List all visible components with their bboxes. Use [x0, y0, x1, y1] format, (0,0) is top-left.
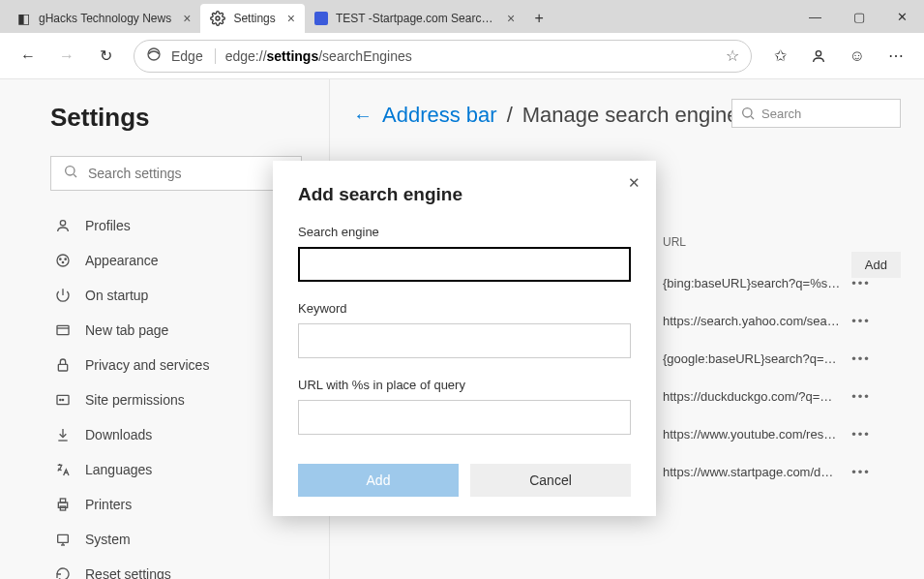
- engine-row: https://search.yahoo.com/sea…•••: [663, 302, 901, 340]
- label-url: URL with %s in place of query: [298, 378, 631, 392]
- tab-title: gHacks Technology News: [39, 12, 171, 25]
- input-keyword[interactable]: [298, 323, 631, 358]
- refresh-button[interactable]: ↻: [87, 38, 124, 75]
- back-button[interactable]: ←: [10, 38, 46, 75]
- system-icon: [54, 531, 72, 548]
- more-icon[interactable]: •••: [847, 465, 876, 479]
- person-icon: [54, 217, 72, 234]
- search-engines-search[interactable]: Search: [731, 99, 901, 128]
- address-bar[interactable]: Edge edge://settings/searchEngines ☆: [134, 40, 752, 73]
- svg-rect-12: [58, 364, 67, 371]
- search-icon: [63, 164, 78, 183]
- feedback-button[interactable]: ☺: [839, 38, 876, 75]
- nav-downloads[interactable]: Downloads: [50, 417, 302, 452]
- star-icon[interactable]: ☆: [726, 46, 739, 65]
- profile-button[interactable]: [800, 38, 837, 75]
- close-icon[interactable]: ×: [507, 11, 515, 26]
- nav-startup[interactable]: On startup: [50, 278, 302, 313]
- engine-row: https://duckduckgo.com/?q=…•••: [663, 378, 901, 415]
- svg-point-0: [216, 16, 220, 20]
- close-icon[interactable]: ×: [183, 11, 191, 26]
- label-search-engine: Search engine: [298, 225, 631, 239]
- svg-rect-10: [57, 325, 69, 334]
- tab-title: Settings: [233, 12, 275, 25]
- nav-appearance[interactable]: Appearance: [50, 243, 302, 278]
- engine-row: https://www.youtube.com/res…•••: [663, 415, 901, 453]
- search-icon: [740, 106, 756, 121]
- dialog-cancel-button[interactable]: Cancel: [470, 464, 631, 497]
- more-icon[interactable]: •••: [847, 314, 876, 328]
- svg-point-23: [743, 108, 752, 117]
- more-icon[interactable]: •••: [847, 427, 876, 442]
- download-icon: [54, 426, 72, 443]
- breadcrumb-current: Manage search engines: [522, 103, 750, 128]
- svg-point-8: [65, 259, 66, 259]
- lock-icon: [54, 356, 72, 374]
- input-search-engine[interactable]: [298, 247, 631, 282]
- svg-point-7: [60, 259, 61, 259]
- favorites-button[interactable]: ✩: [761, 38, 798, 75]
- nav-printers[interactable]: Printers: [50, 487, 302, 522]
- language-icon: [54, 461, 72, 478]
- add-search-engine-dialog: ✕ Add search engine Search engine Keywor…: [273, 161, 656, 516]
- edge-icon: [146, 46, 162, 66]
- palette-icon: [54, 252, 72, 269]
- breadcrumb-link[interactable]: Address bar: [382, 103, 497, 128]
- add-engine-button[interactable]: Add: [851, 252, 901, 278]
- menu-button[interactable]: ⋯: [878, 38, 914, 75]
- new-tab-button[interactable]: +: [524, 4, 553, 33]
- dialog-title: Add search engine: [298, 184, 631, 205]
- dialog-close-button[interactable]: ✕: [628, 174, 641, 192]
- settings-nav: Profiles Appearance On startup New tab p…: [50, 208, 302, 579]
- nav-system[interactable]: System: [50, 522, 302, 557]
- svg-line-24: [751, 116, 754, 119]
- svg-point-14: [60, 399, 61, 400]
- gear-icon: [210, 11, 225, 26]
- browser-toolbar: ← → ↻ Edge edge://settings/searchEngines…: [0, 33, 924, 79]
- input-url[interactable]: [298, 400, 631, 435]
- svg-rect-19: [58, 534, 69, 542]
- address-prefix: Edge: [171, 48, 216, 64]
- close-window-button[interactable]: ✕: [880, 0, 924, 33]
- maximize-button[interactable]: ▢: [837, 0, 880, 33]
- nav-languages[interactable]: Languages: [50, 452, 302, 487]
- breadcrumb-sep: /: [507, 103, 513, 128]
- tab-startpage[interactable]: TEST -Startpage.com Search resu ×: [305, 4, 524, 33]
- engine-row: {google:baseURL}search?q=%…•••: [663, 340, 901, 378]
- minimize-button[interactable]: —: [793, 0, 837, 33]
- nav-profiles[interactable]: Profiles: [50, 208, 302, 243]
- nav-reset[interactable]: Reset settings: [50, 557, 302, 579]
- search-settings-field[interactable]: [50, 156, 302, 191]
- tab-ghacks[interactable]: ◧ gHacks Technology News ×: [6, 4, 200, 33]
- permissions-icon: [54, 391, 72, 409]
- tab-title: TEST -Startpage.com Search resu: [336, 12, 495, 25]
- dialog-add-button[interactable]: Add: [298, 464, 459, 497]
- svg-rect-17: [60, 499, 65, 503]
- search-settings-input[interactable]: [88, 166, 289, 181]
- svg-point-15: [62, 399, 63, 400]
- more-icon[interactable]: •••: [847, 351, 876, 366]
- svg-point-5: [60, 221, 65, 226]
- nav-newtab[interactable]: New tab page: [50, 313, 302, 348]
- column-url-header: URL: [663, 235, 901, 249]
- engine-list: {bing:baseURL}search?q=%s…••• https://se…: [663, 264, 901, 491]
- forward-button[interactable]: →: [48, 38, 85, 75]
- more-icon[interactable]: •••: [847, 276, 876, 290]
- address-url: edge://settings/searchEngines: [225, 48, 412, 64]
- tab-settings[interactable]: Settings ×: [200, 4, 305, 33]
- close-icon[interactable]: ×: [287, 11, 295, 26]
- svg-point-1: [148, 48, 160, 60]
- svg-point-9: [62, 261, 63, 262]
- page-title: Settings: [50, 103, 302, 133]
- svg-line-4: [74, 174, 76, 177]
- svg-point-6: [57, 255, 69, 266]
- svg-point-2: [816, 50, 820, 55]
- label-keyword: Keyword: [298, 301, 631, 316]
- window-controls: — ▢ ✕: [793, 0, 924, 33]
- tab-strip: ◧ gHacks Technology News × Settings × TE…: [0, 0, 553, 33]
- nav-site-permissions[interactable]: Site permissions: [50, 382, 302, 417]
- more-icon[interactable]: •••: [847, 389, 876, 404]
- breadcrumb-back-icon[interactable]: ←: [353, 105, 373, 127]
- svg-point-3: [66, 167, 75, 175]
- nav-privacy[interactable]: Privacy and services: [50, 348, 302, 382]
